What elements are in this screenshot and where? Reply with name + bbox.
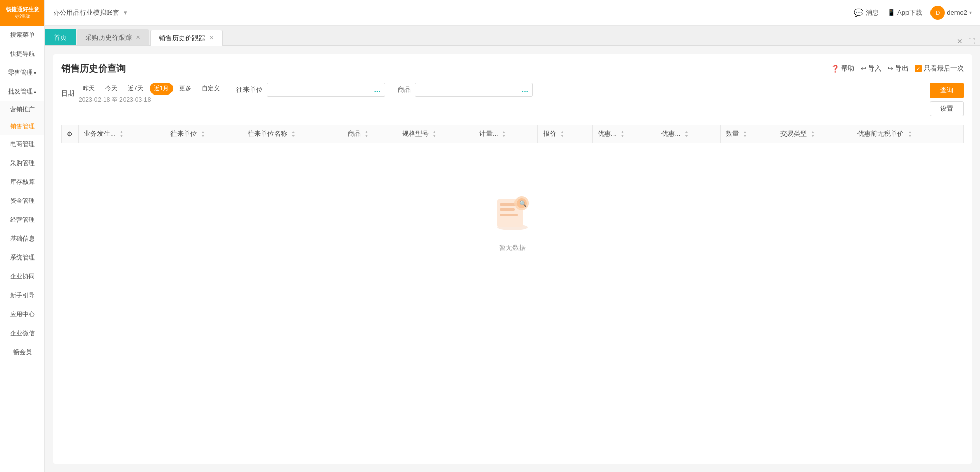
tab-purchase-history[interactable]: 采购历史价跟踪 ✕	[77, 29, 149, 45]
header-right: 💬 消息 📱 App下载 D demo2 ▾	[854, 6, 972, 20]
sidebar-item-sales[interactable]: 销售管理	[0, 118, 44, 135]
sidebar-item-wholesale[interactable]: 批发管理 ▴	[0, 82, 44, 101]
date-opt-today[interactable]: 今天	[101, 83, 121, 95]
user-dropdown-arrow: ▾	[969, 10, 972, 15]
maximize-window-btn[interactable]: ⛶	[968, 37, 976, 45]
logo-text: 畅捷通好生意	[6, 6, 39, 13]
date-opt-7days[interactable]: 近7天	[124, 83, 148, 95]
page-card: 销售历史价查询 ❓ 帮助 ↩ 导入 ↪ 导出	[53, 54, 972, 464]
only-last-checkbox[interactable]	[915, 65, 922, 72]
column-pretax-price[interactable]: 优惠前无税单价 ▲▼	[852, 125, 963, 143]
sidebar-item-marketing[interactable]: 营销推广	[0, 101, 44, 118]
app-download-btn[interactable]: 📱 App下载	[887, 8, 922, 17]
column-qty[interactable]: 数量 ▲▼	[720, 125, 775, 143]
tab-sales-history[interactable]: 销售历史价跟踪 ✕	[150, 30, 223, 46]
sidebar-item-ecommerce[interactable]: 电商管理	[0, 135, 44, 154]
page-header: 销售历史价查询 ❓ 帮助 ↩ 导入 ↪ 导出	[61, 62, 964, 75]
sidebar-item-wholesale-label: 批发管理	[8, 87, 33, 96]
sidebar-item-member[interactable]: 畅会员	[0, 343, 44, 362]
date-opt-custom[interactable]: 自定义	[198, 83, 224, 95]
tab-purchase-close[interactable]: ✕	[136, 34, 140, 41]
column-trade-type[interactable]: 交易类型 ▲▼	[775, 125, 852, 143]
help-btn[interactable]: ❓ 帮助	[831, 64, 854, 73]
empty-state: 🔍 暂无数据	[61, 143, 964, 293]
date-filter-group: 日期 昨天 今天 近7天 近1月 更多 自定义 2023-02-18 至 202…	[61, 83, 224, 104]
sidebar-item-purchase[interactable]: 采购管理	[0, 154, 44, 173]
tab-home[interactable]: 首页	[45, 29, 76, 45]
sidebar-item-basic-info[interactable]: 基础信息	[0, 229, 44, 248]
column-biz-date[interactable]: 业务发生... ▲▼	[79, 125, 165, 143]
date-range-display: 2023-02-18 至 2023-03-18	[79, 96, 224, 104]
content-area: 销售历史价查询 ❓ 帮助 ↩ 导入 ↪ 导出	[45, 46, 980, 472]
industry-selector-label[interactable]: 办公用品行业模拟账套	[53, 8, 119, 17]
tab-sales-close[interactable]: ✕	[209, 35, 214, 41]
empty-icon: 🔍	[487, 184, 538, 235]
top-header: 办公用品行业模拟账套 ▾ 💬 消息 📱 App下载 D demo2 ▾	[45, 0, 980, 26]
col-trade-type-label: 交易类型	[780, 130, 807, 137]
sidebar-item-finance[interactable]: 资金管理	[0, 192, 44, 210]
partner-input[interactable]	[267, 83, 370, 96]
message-icon: 💬	[854, 8, 864, 17]
svg-text:🔍: 🔍	[519, 200, 527, 207]
close-window-btn[interactable]: ✕	[955, 37, 964, 45]
sidebar-item-retail[interactable]: 零售管理 ▾	[0, 63, 44, 82]
settings-button[interactable]: 设置	[930, 101, 964, 116]
column-partner-code[interactable]: 往来单位 ▲▼	[165, 125, 242, 143]
column-quote[interactable]: 报价 ▲▼	[538, 125, 593, 143]
svg-rect-4	[500, 214, 518, 216]
sidebar-item-inventory[interactable]: 库存核算	[0, 173, 44, 192]
partner-filter-group: 往来单位 ...	[236, 83, 385, 97]
column-spec[interactable]: 规格型号 ▲▼	[397, 125, 474, 143]
sort-icon-trade-type: ▲▼	[811, 130, 815, 138]
avatar: D	[930, 6, 945, 20]
window-controls: ✕ ⛶	[955, 37, 980, 45]
column-unit[interactable]: 计量... ▲▼	[474, 125, 537, 143]
col-spec-label: 规格型号	[402, 130, 429, 137]
chevron-down-icon: ▾	[34, 70, 36, 76]
column-gear[interactable]: ⚙	[62, 125, 79, 143]
column-discount1[interactable]: 优惠... ▲▼	[593, 125, 656, 143]
industry-dropdown-icon[interactable]: ▾	[124, 9, 127, 16]
column-discount2[interactable]: 优惠... ▲▼	[656, 125, 720, 143]
app-download-label: App下载	[897, 8, 922, 17]
sidebar-item-appcenter[interactable]: 应用中心	[0, 305, 44, 324]
page-title: 销售历史价查询	[61, 62, 126, 75]
download-icon: 📱	[887, 9, 895, 16]
sidebar-item-operations[interactable]: 经营管理	[0, 210, 44, 229]
date-opt-more[interactable]: 更多	[175, 83, 195, 95]
col-biz-date-label: 业务发生...	[84, 130, 116, 137]
import-btn[interactable]: ↩ 导入	[861, 64, 881, 73]
sidebar-item-retail-label: 零售管理	[8, 68, 33, 77]
query-button[interactable]: 查询	[930, 83, 964, 98]
sidebar-item-collab[interactable]: 企业协同	[0, 267, 44, 286]
export-btn[interactable]: ↪ 导出	[888, 64, 909, 73]
col-qty-label: 数量	[726, 130, 739, 137]
date-opt-1month[interactable]: 近1月	[150, 83, 174, 95]
svg-rect-3	[500, 208, 515, 211]
product-lookup-btn[interactable]: ...	[518, 85, 532, 95]
sidebar-item-wechat[interactable]: 企业微信	[0, 324, 44, 343]
sort-icon-spec: ▲▼	[432, 130, 436, 138]
date-options: 昨天 今天 近7天 近1月 更多 自定义	[79, 83, 224, 95]
sort-icon-pretax-price: ▲▼	[908, 130, 912, 138]
column-product[interactable]: 商品 ▲▼	[342, 125, 397, 143]
sort-icon-partner-name: ▲▼	[291, 130, 296, 138]
sidebar-item-search[interactable]: 搜索菜单	[0, 26, 44, 44]
message-btn[interactable]: 💬 消息	[854, 8, 879, 17]
product-filter-label: 商品	[398, 85, 411, 95]
sidebar-item-quicknav[interactable]: 快捷导航	[0, 44, 44, 63]
date-opt-yesterday[interactable]: 昨天	[79, 83, 99, 95]
data-table: ⚙ 业务发生... ▲▼ 往来单位 ▲▼ 往来单位名称 ▲▼	[61, 125, 964, 143]
col-unit-label: 计量...	[479, 130, 498, 137]
sidebar-item-guide[interactable]: 新手引导	[0, 286, 44, 305]
col-quote-label: 报价	[543, 130, 556, 137]
logo-sub: 标准版	[15, 13, 30, 20]
page-actions: ❓ 帮助 ↩ 导入 ↪ 导出 只看最后一次	[831, 64, 964, 73]
product-input[interactable]	[415, 83, 518, 96]
column-partner-name[interactable]: 往来单位名称 ▲▼	[242, 125, 342, 143]
partner-lookup-btn[interactable]: ...	[370, 85, 384, 95]
sidebar-item-system[interactable]: 系统管理	[0, 248, 44, 267]
sort-icon-biz-date: ▲▼	[119, 130, 124, 138]
only-last-checkbox-label[interactable]: 只看最后一次	[915, 64, 964, 73]
user-menu[interactable]: D demo2 ▾	[930, 6, 972, 20]
